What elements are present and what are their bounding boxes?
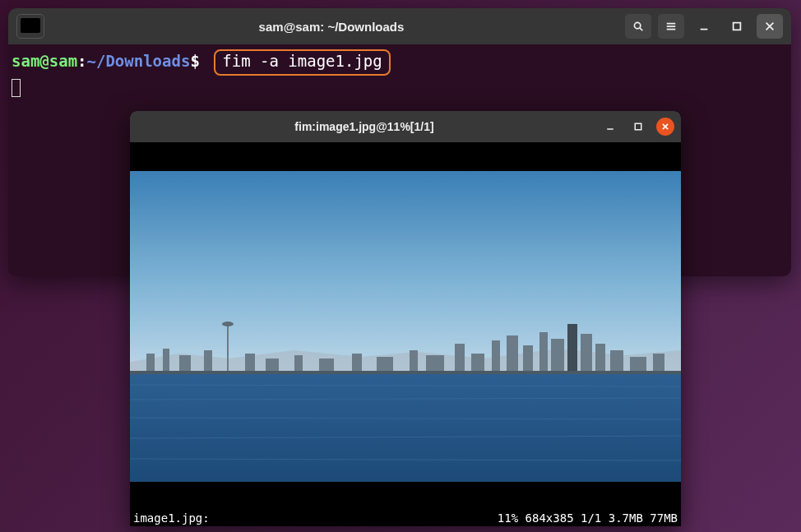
terminal-maximize-button[interactable] [724,14,750,39]
svg-rect-32 [471,354,484,372]
terminal-titlebar[interactable]: sam@sam: ~/Downloads [8,8,791,44]
svg-rect-16 [130,171,681,372]
svg-rect-19 [179,355,191,372]
search-icon [632,21,644,32]
fim-title: fim:image1.jpg@11%[1/1] [137,120,592,133]
terminal-line: sam@sam:~/Downloads$ fim -a image1.jpg [12,49,788,76]
prompt-path: ~/Downloads [87,52,191,70]
svg-rect-42 [630,357,646,372]
svg-rect-43 [653,354,664,372]
fim-minimize-button[interactable] [600,117,620,136]
svg-rect-30 [426,355,444,372]
svg-rect-40 [595,344,605,372]
svg-rect-9 [734,23,741,30]
minimize-icon [605,122,615,132]
svg-rect-36 [539,332,548,372]
svg-line-4 [640,28,642,30]
fim-image-area[interactable] [130,142,681,510]
prompt-symbol: $ [190,52,199,70]
maximize-icon [633,122,643,132]
svg-rect-45 [130,374,681,482]
svg-rect-27 [352,354,362,372]
svg-rect-38 [567,324,577,372]
svg-rect-29 [410,350,418,372]
svg-rect-39 [581,334,592,372]
svg-rect-26 [319,359,334,372]
svg-rect-41 [610,350,623,372]
terminal-body[interactable]: sam@sam:~/Downloads$ fim -a image1.jpg [8,44,791,107]
svg-rect-37 [551,339,564,372]
terminal-minimize-button[interactable] [691,14,717,39]
terminal-title: sam@sam: ~/Downloads [44,20,618,34]
displayed-image [130,171,681,482]
fim-statusbar: image1.jpg: 11% 684x385 1/1 3.7MB 77MB [130,510,681,526]
svg-rect-23 [245,354,255,372]
svg-point-3 [634,22,640,28]
terminal-close-button[interactable] [757,14,783,39]
svg-rect-44 [130,371,681,374]
svg-rect-34 [507,335,518,372]
fim-close-button[interactable] [656,118,674,136]
minimize-icon [698,21,710,32]
prompt-user-host: sam@sam [12,52,77,70]
prompt-colon: : [77,52,86,70]
svg-rect-0 [21,18,40,33]
svg-rect-13 [635,123,641,130]
svg-rect-18 [163,349,169,372]
svg-rect-35 [523,345,533,372]
svg-rect-21 [227,324,229,372]
svg-rect-24 [266,359,279,372]
fim-status-info: 11% 684x385 1/1 3.7MB 77MB [498,511,678,525]
terminal-cursor [12,79,21,97]
svg-rect-20 [204,350,212,372]
command-highlight: fim -a image1.jpg [214,49,390,76]
terminal-menu-button[interactable] [658,14,684,39]
svg-rect-33 [492,340,500,372]
svg-rect-17 [146,354,155,372]
close-icon [764,21,776,32]
fim-maximize-button[interactable] [628,117,648,136]
svg-rect-28 [377,357,393,372]
svg-rect-31 [455,344,465,372]
new-tab-button[interactable] [16,14,44,39]
fim-window: fim:image1.jpg@11%[1/1] [130,111,681,526]
command-text: fim -a image1.jpg [222,52,382,70]
maximize-icon [731,21,743,32]
hamburger-menu-icon [665,21,677,32]
svg-rect-25 [294,355,303,372]
new-tab-icon [17,13,44,39]
terminal-search-button[interactable] [625,14,651,39]
fim-titlebar[interactable]: fim:image1.jpg@11%[1/1] [130,111,681,142]
close-icon [661,123,669,131]
fim-status-filename: image1.jpg: [133,511,210,525]
svg-point-22 [222,322,234,326]
